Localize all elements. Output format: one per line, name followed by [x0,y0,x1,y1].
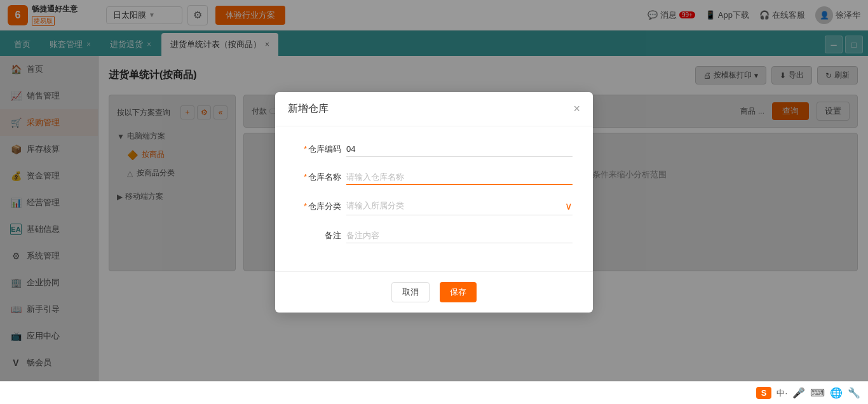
remark-input[interactable] [346,228,573,243]
modal-overlay: 新增仓库 × 仓库编码 仓库名称 仓库分类 请输入所属分类 ∨ [0,0,868,404]
bottom-bar: S 中· 🎤 ⌨ 🌐 🔧 [0,381,868,404]
new-warehouse-dialog: 新增仓库 × 仓库编码 仓库名称 仓库分类 请输入所属分类 ∨ [275,92,593,313]
form-row-code: 仓库编码 [295,142,573,157]
code-label: 仓库编码 [295,144,346,155]
form-row-name: 仓库名称 [295,170,573,185]
category-select[interactable]: 请输入所属分类 ∨ [346,198,573,215]
bottom-input-method: 中· [776,387,787,399]
name-label: 仓库名称 [295,172,346,183]
name-input[interactable] [346,170,573,185]
category-placeholder: 请输入所属分类 [346,200,404,212]
bottom-logo: S [756,387,772,399]
dialog-footer: 取消 保存 [275,271,593,313]
bottom-mic-icon[interactable]: 🎤 [792,387,805,399]
category-arrow-icon: ∨ [565,200,573,212]
dialog-title: 新增仓库 [288,102,329,116]
bottom-keyboard-icon[interactable]: ⌨ [810,387,825,399]
cancel-button[interactable]: 取消 [391,282,430,302]
category-label: 仓库分类 [295,201,346,212]
form-row-remark: 备注 [295,228,573,243]
dialog-body: 仓库编码 仓库名称 仓库分类 请输入所属分类 ∨ 备注 [275,126,593,271]
remark-label: 备注 [295,230,346,241]
code-input[interactable] [346,142,573,157]
save-button[interactable]: 保存 [440,282,477,302]
bottom-tools-icon[interactable]: 🔧 [848,387,860,399]
bottom-s-icon: S [761,388,767,398]
form-row-category: 仓库分类 请输入所属分类 ∨ [295,198,573,215]
bottom-globe-icon[interactable]: 🌐 [830,387,843,399]
dialog-header: 新增仓库 × [275,92,593,126]
dialog-close-button[interactable]: × [573,102,580,116]
